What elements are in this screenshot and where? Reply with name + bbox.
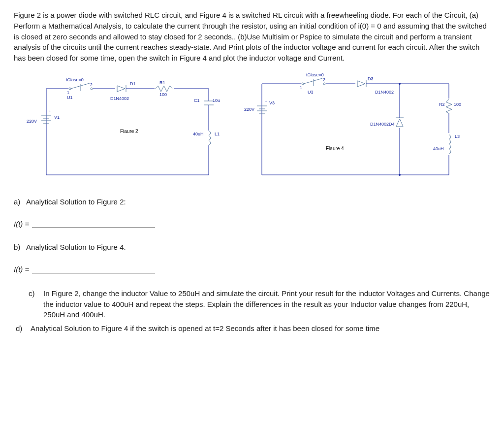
d1-label: D1 [130,81,136,86]
r1-value: 100 [159,92,167,97]
v1-value: 220V [27,119,37,124]
l3-label: L3 [455,134,460,139]
figure-2-schematic: + V1 220V tClose=0 1 2 U1 D1 D1N4002 R1 … [12,71,238,185]
part-a-equation: I(t) = [14,220,490,228]
svg-point-2 [302,83,304,85]
d3-label: D3 [368,76,374,81]
u1-pin1: 1 [67,90,69,95]
u3-label: U3 [308,90,314,95]
figure-4-svg: + V3 220V tClose=0 1 2 U3 D3 D1N4002 D1N… [242,71,469,185]
svg-point-0 [69,88,71,90]
u1-tclose: tClose=0 [66,77,84,82]
svg-point-5 [399,174,401,176]
answer-blank-b [32,272,155,273]
part-d-text: Analytical Solution to Figure 4 if the s… [31,323,379,334]
u3-pin2: 2 [323,77,325,82]
c1-value: 10u [213,98,220,103]
dfree-label: D1N4002D4 [370,122,395,127]
v3-value: 220V [244,107,254,112]
part-a-text: Analytical Solution to Figure 2: [26,198,126,206]
part-b-label: b) [14,243,20,251]
fig2-label: Fiaure 2 [120,129,138,134]
v1-polarity: + [49,109,51,114]
c1-label: C1 [194,98,200,103]
u3-pin1: 1 [300,85,302,90]
u1-label: U1 [67,95,73,100]
part-b-equation: I(t) = [14,265,490,273]
part-b-text: Analytical Solution to Figure 4. [26,243,126,251]
r2-value: 100 [454,102,461,107]
svg-point-3 [323,83,325,85]
svg-point-1 [91,88,93,90]
figure-4-schematic: + V3 220V tClose=0 1 2 U3 D3 D1N4002 D1N… [242,71,469,185]
part-a: a) Analytical Solution to Figure 2: [14,198,490,206]
part-a-label: a) [14,198,20,206]
answer-blank-a [32,227,155,228]
l1-value: 40uH [193,132,204,136]
part-b: b) Analytical Solution to Figure 4. [14,243,490,251]
v3-label: V3 [269,100,275,105]
problem-statement: Figure 2 is a power diode with switched … [14,10,490,64]
part-c: c) In Figure 2, change the inductor Valu… [14,288,490,320]
svg-point-4 [399,83,401,85]
v3-polarity: + [265,99,267,104]
part-d-label: d) [16,323,31,334]
part-c-text: In Figure 2, change the inductor Value t… [43,288,490,320]
figures-row: + V1 220V tClose=0 1 2 U1 D1 D1N4002 R1 … [12,71,490,185]
l3-value: 40uH [433,146,444,151]
d3-part: D1N4002 [375,90,394,95]
u3-tclose: tClose=0 [306,72,324,77]
figure-2-svg: + V1 220V tClose=0 1 2 U1 D1 D1N4002 R1 … [12,71,238,185]
d1-part: D1N4002 [110,96,129,101]
it-a-lhs: I(t) = [14,220,29,228]
r2-label: R2 [439,102,445,107]
it-b-lhs: I(t) = [14,265,29,273]
fig4-label: Fiaure 4 [326,146,344,151]
r1-label: R1 [159,80,165,85]
u1-pin2: 2 [90,82,93,87]
l1-label: L1 [215,132,220,136]
part-c-label: c) [29,288,43,320]
v1-label: V1 [54,115,60,120]
part-d: d) Analytical Solution to Figure 4 if th… [1,323,490,334]
